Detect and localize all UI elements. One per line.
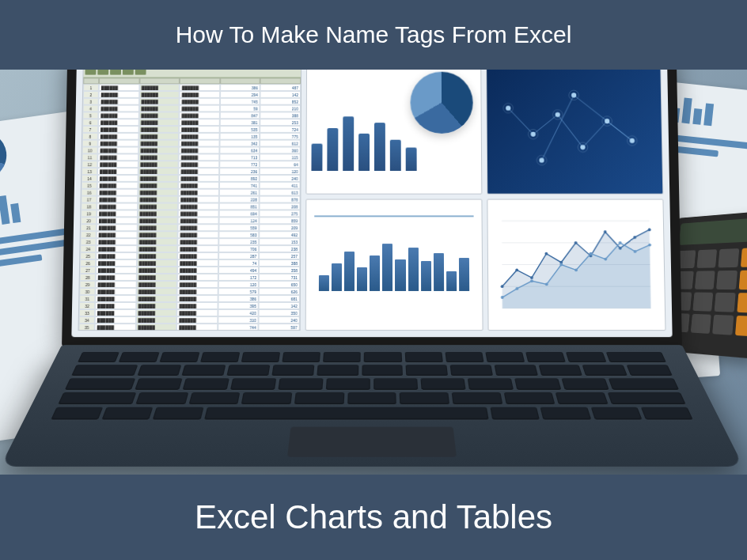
svg-point-39: [501, 296, 504, 299]
svg-point-19: [571, 93, 576, 97]
laptop: 1██████████████████3864872██████████████…: [59, 70, 684, 475]
svg-line-1: [533, 115, 558, 134]
svg-point-28: [501, 285, 504, 288]
svg-point-21: [539, 158, 544, 163]
svg-point-29: [515, 269, 518, 272]
spreadsheet-panel: 1██████████████████3864872██████████████…: [78, 70, 302, 331]
svg-point-17: [630, 138, 635, 143]
header-bar: How To Make Name Tags From Excel: [0, 0, 747, 70]
spreadsheet-grid: 1██████████████████3864872██████████████…: [78, 78, 301, 331]
hero-illustration: 1██████████████████3864872██████████████…: [0, 70, 747, 475]
svg-point-40: [515, 287, 518, 290]
svg-line-0: [508, 108, 533, 134]
footer-title: Excel Charts and Tables: [195, 498, 552, 536]
laptop-keyboard: [0, 345, 743, 467]
pie-chart-icon: [410, 72, 473, 134]
panel-line-area: [487, 199, 665, 331]
svg-point-7: [506, 106, 510, 111]
spreadsheet-toolbar: [83, 70, 301, 78]
line-chart-icon: [492, 205, 660, 326]
bar-chart: [311, 236, 477, 291]
footer-bar: Excel Charts and Tables: [0, 475, 747, 560]
svg-line-3: [582, 121, 608, 147]
pie-mini-icon: [0, 129, 9, 183]
header-title: How To Make Name Tags From Excel: [176, 21, 572, 48]
network-chart-icon: [491, 70, 658, 189]
dashboard-grid: [305, 70, 666, 331]
panel-network: [486, 70, 663, 195]
svg-line-6: [541, 95, 575, 160]
laptop-screen: 1██████████████████3864872██████████████…: [71, 70, 672, 337]
calculator-display: [679, 218, 747, 245]
laptop-trackpad: [287, 427, 457, 457]
panel-bar-pie: [305, 70, 482, 195]
panel-mini-bars: [305, 199, 483, 331]
laptop-screen-bezel: 1██████████████████3864872██████████████…: [62, 70, 682, 346]
svg-line-5: [574, 95, 632, 141]
